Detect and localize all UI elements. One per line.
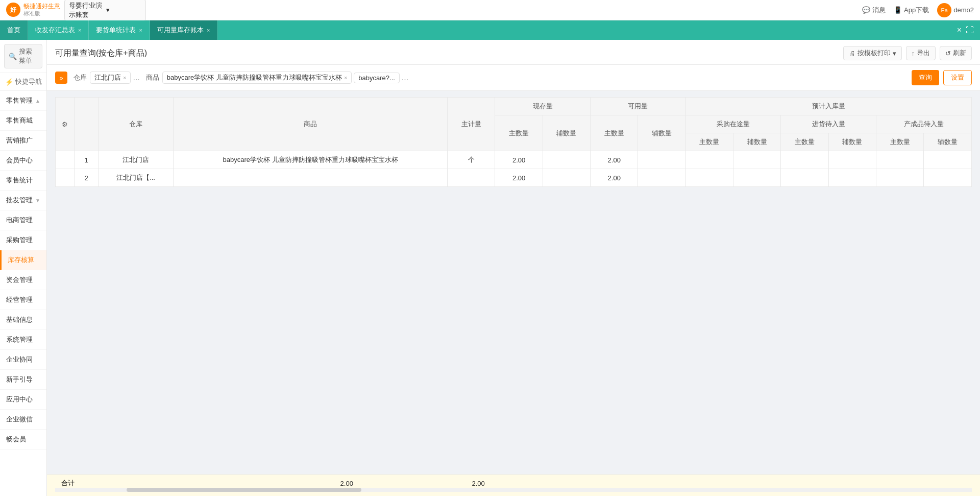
product-tag-text-0: babycare学饮杯 儿童防摔防撞吸管杯重力球吸嘴杯宝宝水杯 bbox=[167, 73, 342, 82]
td-settings-1 bbox=[56, 169, 75, 187]
sidebar-item-app-center[interactable]: 应用中心 bbox=[0, 390, 46, 410]
logo-area: 好 畅捷通好生意 标准版 bbox=[6, 3, 60, 17]
nav-tabs: 首页 收发存汇总表 × 要货单统计表 × 可用量库存账本 × × ⛶ bbox=[0, 20, 980, 40]
export-button[interactable]: ↑ 导出 bbox=[906, 46, 936, 60]
warehouse-more[interactable]: ... bbox=[133, 73, 139, 82]
sidebar-item-marketing[interactable]: 营销推广 bbox=[0, 131, 46, 151]
sidebar-item-retail-mgmt[interactable]: 零售管理 ▲ bbox=[0, 91, 46, 111]
tab-avail-stock-close[interactable]: × bbox=[207, 27, 210, 33]
print-label: 按模板打印 bbox=[857, 49, 891, 58]
sidebar-item-purchase[interactable]: 采购管理 bbox=[0, 230, 46, 250]
sidebar-item-vip-member[interactable]: 畅会员 bbox=[0, 430, 46, 450]
warehouse-tag-text: 江北门店 bbox=[94, 73, 121, 82]
tab-order-stat-close[interactable]: × bbox=[139, 27, 142, 33]
th-main-unit: 主计量 bbox=[448, 98, 495, 151]
print-button[interactable]: 🖨 按模板打印 ▾ bbox=[843, 46, 902, 60]
th-seq bbox=[75, 98, 99, 151]
th-current-aux-qty: 辅数量 bbox=[543, 115, 590, 151]
user-menu[interactable]: Ea demo2 bbox=[937, 3, 974, 17]
sidebar-item-vip-member-label: 畅会员 bbox=[6, 435, 26, 444]
filter-expand-button[interactable]: » bbox=[55, 72, 67, 84]
message-icon: 💬 bbox=[862, 6, 870, 14]
settings-icon[interactable]: ⚙ bbox=[62, 121, 68, 128]
app-download-button[interactable]: 📱 App下载 bbox=[894, 6, 929, 15]
tab-recv-pay-close[interactable]: × bbox=[78, 27, 81, 33]
td-cur-main-1: 2.00 bbox=[495, 169, 543, 187]
settings-button[interactable]: 设置 bbox=[943, 70, 972, 85]
sidebar-item-sys-mgmt[interactable]: 系统管理 bbox=[0, 330, 46, 350]
sidebar-item-ecommerce[interactable]: 电商管理 bbox=[0, 210, 46, 230]
sidebar-item-retail-mall[interactable]: 零售商城 bbox=[0, 111, 46, 131]
refresh-label: 刷新 bbox=[953, 49, 966, 58]
product-tag-text-1: babycare?... bbox=[358, 74, 395, 82]
query-button[interactable]: 查询 bbox=[912, 70, 939, 85]
sidebar-item-new-guide-label: 新手引导 bbox=[6, 375, 33, 384]
td-warehouse-0: 江北门店 bbox=[99, 151, 174, 169]
warehouse-tag-0: 江北门店 × bbox=[90, 72, 131, 84]
td-goods-main-1 bbox=[781, 169, 828, 187]
td-pur-main-0 bbox=[685, 151, 733, 169]
scroll-thumb[interactable] bbox=[127, 488, 361, 492]
sidebar-item-enterprise-wechat-label: 企业微信 bbox=[6, 415, 33, 424]
table-row: 1 江北门店 babycare学饮杯 儿童防摔防撞吸管杯重力球吸嘴杯宝宝水杯 个… bbox=[56, 151, 972, 169]
close-all-button[interactable]: × bbox=[957, 26, 962, 35]
th-goods-aux: 辅数量 bbox=[828, 133, 876, 151]
filter-actions: 查询 设置 bbox=[912, 70, 972, 85]
tab-home[interactable]: 首页 bbox=[0, 20, 28, 40]
td-unit-1 bbox=[448, 169, 495, 187]
refresh-button[interactable]: ↺ 刷新 bbox=[940, 46, 972, 60]
sidebar-item-enterprise-label: 企业协同 bbox=[6, 355, 33, 364]
app-download-label: App下载 bbox=[904, 6, 929, 15]
top-bar-left: 好 畅捷通好生意 标准版 母婴行业演示账套 ▾ bbox=[6, 0, 146, 21]
sidebar-item-member-center[interactable]: 会员中心 bbox=[0, 151, 46, 171]
td-seq-0: 1 bbox=[75, 151, 99, 169]
message-button[interactable]: 💬 消息 bbox=[862, 6, 886, 15]
warehouse-label: 仓库 bbox=[74, 73, 87, 82]
tab-order-stat[interactable]: 要货单统计表 × bbox=[89, 20, 150, 40]
warehouse-tag-remove[interactable]: × bbox=[123, 75, 126, 81]
sidebar-item-basic-info[interactable]: 基础信息 bbox=[0, 310, 46, 330]
logo-sub: 标准版 bbox=[23, 10, 60, 17]
td-product-1 bbox=[174, 169, 448, 187]
tab-avail-stock[interactable]: 可用量库存账本 × bbox=[150, 20, 217, 40]
sidebar-item-enterprise-wechat[interactable]: 企业微信 bbox=[0, 410, 46, 430]
sidebar-item-inventory-label: 库存核算 bbox=[8, 255, 34, 265]
sidebar-item-operations[interactable]: 经营管理 bbox=[0, 290, 46, 310]
product-more[interactable]: ... bbox=[402, 73, 408, 82]
th-goods-main: 主数量 bbox=[781, 133, 828, 151]
td-product-0: babycare学饮杯 儿童防摔防撞吸管杯重力球吸嘴杯宝宝水杯 bbox=[174, 151, 448, 169]
th-goods-waiting: 进货待入量 bbox=[781, 115, 876, 133]
tab-recv-pay-label: 收发存汇总表 bbox=[35, 26, 75, 35]
product-label: 商品 bbox=[146, 73, 159, 82]
footer-label: 合计 bbox=[55, 479, 116, 488]
sidebar-item-retail-stats[interactable]: 零售统计 bbox=[0, 171, 46, 191]
sidebar-search: 🔍 搜索菜单 bbox=[0, 40, 46, 73]
search-menu-button[interactable]: 🔍 搜索菜单 bbox=[4, 44, 42, 68]
sidebar-item-app-center-label: 应用中心 bbox=[6, 395, 33, 404]
warehouse-filter: 仓库 江北门店 × ... bbox=[74, 72, 140, 84]
main-layout: 🔍 搜索菜单 ⚡ 快捷导航 零售管理 ▲ 零售商城 营销推广 会员中心 零售统计… bbox=[0, 40, 980, 496]
sidebar-item-inventory[interactable]: 库存核算 bbox=[0, 250, 46, 270]
sidebar-item-batch-mgmt[interactable]: 批发管理 ▼ bbox=[0, 191, 46, 210]
th-purchase-on-way: 采购在途量 bbox=[685, 115, 781, 133]
sidebar-item-retail-stats-label: 零售统计 bbox=[6, 176, 33, 185]
td-goods-main-0 bbox=[781, 151, 828, 169]
print-icon: 🖨 bbox=[849, 50, 855, 57]
table-footer: 合计 2.00 2.00 bbox=[47, 474, 980, 496]
tab-recv-pay[interactable]: 收发存汇总表 × bbox=[28, 20, 89, 40]
sidebar-item-purchase-label: 采购管理 bbox=[6, 235, 33, 245]
sidebar: 🔍 搜索菜单 ⚡ 快捷导航 零售管理 ▲ 零售商城 营销推广 会员中心 零售统计… bbox=[0, 40, 47, 496]
product-filter: 商品 babycare学饮杯 儿童防摔防撞吸管杯重力球吸嘴杯宝宝水杯 × bab… bbox=[146, 72, 408, 84]
chevron-down-icon: ▾ bbox=[106, 6, 141, 14]
sidebar-item-enterprise[interactable]: 企业协同 bbox=[0, 350, 46, 370]
th-purchase-aux: 辅数量 bbox=[733, 133, 781, 151]
quick-nav-button[interactable]: ⚡ 快捷导航 bbox=[0, 73, 46, 91]
td-avail-main-0: 2.00 bbox=[591, 151, 638, 169]
industry-selector[interactable]: 母婴行业演示账套 ▾ bbox=[64, 0, 146, 21]
expand-button[interactable]: ⛶ bbox=[966, 26, 974, 35]
product-tag-0-remove[interactable]: × bbox=[344, 75, 347, 81]
sidebar-item-finance[interactable]: 资金管理 bbox=[0, 270, 46, 290]
th-purchase-main: 主数量 bbox=[685, 133, 733, 151]
sidebar-item-sys-mgmt-label: 系统管理 bbox=[6, 335, 33, 344]
sidebar-item-new-guide[interactable]: 新手引导 bbox=[0, 370, 46, 390]
